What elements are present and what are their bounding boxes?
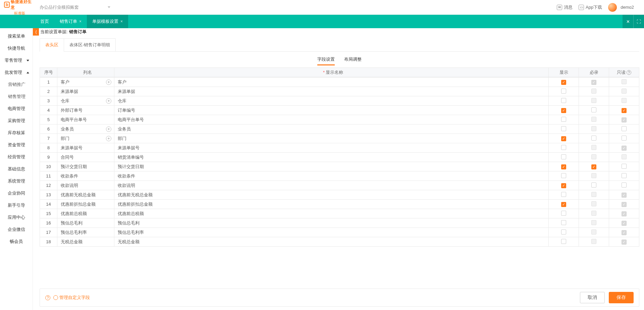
display-name-cell[interactable]: 收款说明 bbox=[114, 181, 549, 190]
display-name-cell[interactable]: 收款条件 bbox=[114, 171, 549, 181]
sidebar-item[interactable]: 新手引导 bbox=[0, 199, 33, 211]
checkbox[interactable] bbox=[622, 183, 627, 188]
display-name-cell[interactable]: 预计交货日期 bbox=[114, 162, 549, 171]
checkbox[interactable] bbox=[561, 154, 566, 159]
sidebar-item[interactable]: 畅会员 bbox=[0, 236, 33, 248]
avatar bbox=[608, 3, 617, 12]
sidebar-item[interactable]: 快捷导航 bbox=[0, 42, 33, 54]
sidebar-item[interactable]: 应用中心 bbox=[0, 211, 33, 223]
checkbox[interactable] bbox=[561, 126, 566, 131]
display-name-cell[interactable]: 无税总金额 bbox=[114, 237, 549, 247]
checkbox[interactable] bbox=[561, 145, 566, 150]
add-icon[interactable]: + bbox=[106, 98, 111, 104]
close-icon[interactable]: × bbox=[120, 19, 123, 24]
display-name-cell[interactable]: 部门 bbox=[114, 134, 549, 143]
app-download-button[interactable]: ▭ App下载 bbox=[579, 4, 602, 10]
gear-icon bbox=[53, 295, 58, 300]
display-name-cell[interactable]: 优惠前折扣总金额 bbox=[114, 200, 549, 209]
work-tab[interactable]: 首页 bbox=[35, 15, 54, 28]
sidebar-item[interactable]: 企业微信 bbox=[0, 223, 33, 236]
checkbox[interactable] bbox=[561, 192, 566, 197]
sub-tab[interactable]: 布局调整 bbox=[344, 56, 362, 65]
display-name-cell[interactable]: 订单编号 bbox=[114, 106, 549, 115]
checkbox[interactable] bbox=[561, 89, 566, 94]
checkbox[interactable] bbox=[622, 136, 627, 141]
save-button[interactable]: 保存 bbox=[609, 292, 634, 303]
cancel-button[interactable]: 取消 bbox=[580, 292, 605, 303]
checkbox[interactable] bbox=[591, 164, 596, 169]
manage-custom-fields-link[interactable]: ? 管理自定义字段 bbox=[45, 295, 90, 301]
checkbox[interactable] bbox=[561, 136, 566, 141]
checkbox bbox=[622, 98, 627, 103]
display-name-cell[interactable]: 仓库 bbox=[114, 96, 549, 106]
checkbox[interactable] bbox=[591, 183, 596, 188]
table-row: 16预估总毛利预估总毛利 bbox=[40, 218, 639, 228]
sidebar-item[interactable]: 企业协同 bbox=[0, 187, 33, 199]
collapse-sidebar-button[interactable]: ⟨ bbox=[33, 28, 39, 36]
checkbox[interactable] bbox=[561, 239, 566, 244]
add-icon[interactable]: + bbox=[106, 80, 111, 85]
display-name-cell[interactable]: 销货清单编号 bbox=[114, 153, 549, 162]
checkbox[interactable] bbox=[561, 183, 566, 188]
sidebar-item[interactable]: 采购管理 bbox=[0, 115, 33, 127]
checkbox[interactable] bbox=[622, 164, 627, 169]
checkbox[interactable] bbox=[561, 202, 566, 207]
sidebar-item[interactable]: 基础信息 bbox=[0, 163, 33, 175]
checkbox[interactable] bbox=[561, 80, 566, 85]
section-tab[interactable]: 表体区-销售订单明细 bbox=[64, 38, 116, 51]
sidebar-item[interactable]: 电商管理 bbox=[0, 103, 33, 115]
sidebar-item[interactable]: 搜索菜单 bbox=[0, 30, 33, 42]
section-tab[interactable]: 表头区 bbox=[40, 38, 64, 51]
work-tab-strip: 首页销售订单×单据模板设置× ✕ ⛶ bbox=[0, 15, 644, 28]
close-icon[interactable]: × bbox=[79, 19, 82, 24]
table-row: 18无税总金额无税总金额 bbox=[40, 237, 639, 247]
sidebar-item[interactable]: 经营管理 bbox=[0, 151, 33, 163]
messages-button[interactable]: ✉ 消息 bbox=[557, 4, 573, 10]
checkbox bbox=[622, 230, 627, 235]
col-header-readonly: 只读? bbox=[609, 68, 639, 77]
checkbox[interactable] bbox=[591, 107, 596, 112]
checkbox[interactable] bbox=[561, 98, 566, 103]
sidebar-subitem[interactable]: 销售管理 bbox=[0, 91, 33, 103]
display-name-cell[interactable]: 优惠前总税额 bbox=[114, 209, 549, 218]
table-row: 1客户+客户 bbox=[40, 78, 639, 87]
display-name-cell[interactable]: 优惠前无税总金额 bbox=[114, 190, 549, 200]
sidebar-item[interactable]: 系统管理 bbox=[0, 175, 33, 187]
account-selector[interactable]: 办公品行业模拟账套 bbox=[40, 4, 110, 10]
checkbox[interactable] bbox=[622, 126, 627, 131]
display-name-cell[interactable]: 预估总毛利 bbox=[114, 218, 549, 228]
display-name-cell[interactable]: 业务员 bbox=[114, 124, 549, 134]
sidebar-subitem[interactable]: 营销推广 bbox=[0, 79, 33, 91]
add-icon[interactable]: + bbox=[106, 126, 111, 132]
sidebar-item[interactable]: 资金管理 bbox=[0, 139, 33, 151]
sub-tab[interactable]: 字段设置 bbox=[317, 56, 335, 65]
checkbox[interactable] bbox=[561, 229, 566, 235]
display-name-cell[interactable]: 电商平台单号 bbox=[114, 115, 549, 124]
checkbox[interactable] bbox=[561, 108, 566, 113]
display-name-cell[interactable]: 客户 bbox=[114, 78, 549, 87]
user-menu[interactable]: demo2 bbox=[608, 3, 634, 12]
checkbox[interactable] bbox=[591, 136, 596, 141]
checkbox[interactable] bbox=[561, 117, 566, 122]
checkbox[interactable] bbox=[561, 211, 566, 216]
help-icon[interactable]: ? bbox=[627, 70, 631, 75]
work-tab[interactable]: 销售订单× bbox=[54, 15, 87, 28]
fullscreen-button[interactable]: ⛶ bbox=[633, 15, 644, 28]
checkbox[interactable] bbox=[561, 173, 566, 178]
work-tab[interactable]: 单据模板设置× bbox=[87, 15, 128, 28]
display-name-cell[interactable]: 预估总毛利率 bbox=[114, 228, 549, 237]
checkbox[interactable] bbox=[622, 108, 627, 113]
checkbox[interactable] bbox=[561, 220, 566, 225]
chevron-down-icon bbox=[26, 60, 29, 61]
display-name-cell[interactable]: 来源单据号 bbox=[114, 143, 549, 153]
checkbox[interactable] bbox=[622, 173, 627, 178]
add-icon[interactable]: + bbox=[106, 136, 111, 141]
close-all-tabs-button[interactable]: ✕ bbox=[623, 15, 633, 28]
display-name-cell[interactable]: 来源单据 bbox=[114, 87, 549, 96]
sidebar-item[interactable]: 零售管理 bbox=[0, 54, 33, 66]
sidebar-item[interactable]: 库存核算 bbox=[0, 127, 33, 139]
sidebar-item[interactable]: 批发管理 bbox=[0, 66, 33, 79]
checkbox[interactable] bbox=[561, 164, 566, 169]
main-content: ⟨ 当前设置单据: 销售订单 表头区表体区-销售订单明细 字段设置布局调整 序号… bbox=[33, 28, 644, 310]
footer-bar: ? 管理自定义字段 取消 保存 bbox=[40, 289, 639, 307]
